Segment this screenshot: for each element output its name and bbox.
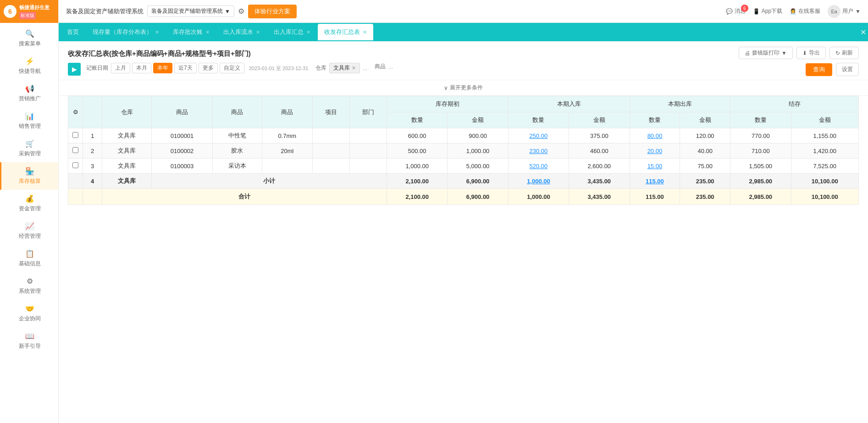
date-btn-this-month[interactable]: 本月 [132,63,151,73]
total-close-qty: 2,985.00 [730,189,791,205]
system-icon: ⚙ [27,277,33,286]
chevron-down-icon: ▼ [781,50,787,56]
service-icon: 👩‍💼 [790,8,796,15]
row-checkbox[interactable] [68,159,83,174]
logo-icon: 6 [4,5,17,18]
header-right: 💬 消息 6 📱 App下载 👩‍💼 在线客服 Ea 用户 ▼ [726,5,861,18]
tab-close-icon[interactable]: ✕ [256,29,260,35]
date-btn-this-year[interactable]: 本年 [153,63,172,73]
date-btn-last-month[interactable]: 上月 [111,63,130,73]
sidebar-item-cooperation[interactable]: 🤝 企业协同 [0,300,58,327]
sidebar-item-finance[interactable]: 💰 资金管理 [0,190,58,217]
print-icon: 🖨 [745,50,750,56]
tab-close-icon[interactable]: ✕ [155,29,159,35]
subtotal-out-qty[interactable]: 115.00 [630,174,680,189]
sidebar-item-label: 搜索菜单 [19,40,41,48]
sidebar-item-purchase[interactable]: 🛒 采购管理 [0,135,58,162]
app-download-button[interactable]: 📱 App下载 [753,7,782,15]
row-in-qty[interactable]: 230.00 [508,143,569,159]
sidebar-item-sales[interactable]: 📊 销售管理 [0,107,58,135]
online-service-button[interactable]: 👩‍💼 在线客服 [790,7,820,15]
row-open-qty: 600.00 [387,128,448,143]
sidebar-item-inventory[interactable]: 🏪 库存核算 [0,162,58,190]
message-icon: 💬 [726,8,733,15]
goods-filter-group: 商品 ... [375,63,393,71]
try-industry-button[interactable]: 体验行业方案 [248,5,297,18]
warehouse-tag-close[interactable]: ✕ [352,65,356,71]
row-out-amt: 75.00 [680,159,730,174]
row-checkbox[interactable] [68,143,83,159]
row-project [312,143,349,159]
warehouse-more-button[interactable]: ... [363,65,367,71]
tab-close-icon[interactable]: ✕ [306,29,310,35]
th-out-qty: 数量 [630,112,680,128]
system-select[interactable]: 装备及固定资产辅助管理系统 ▼ [147,5,234,17]
tab-inout-summary[interactable]: 出入库汇总 ✕ [267,24,317,40]
goods-more-button[interactable]: ... [388,64,393,70]
close-all-tabs-button[interactable]: ✕ [860,28,866,37]
sidebar-item-guide[interactable]: 📖 新手引导 [0,327,58,355]
goods-filter-label: 商品 [375,63,386,71]
row-close-amt: 1,420.00 [791,143,859,159]
tab-home[interactable]: 首页 [61,24,85,40]
sidebar-item-marketing[interactable]: 📢 营销推广 [0,80,58,107]
column-settings-icon[interactable]: ⚙ [73,109,78,115]
row-in-amt: 2,600.00 [569,159,630,174]
sidebar-item-label: 新手引导 [19,342,41,350]
date-btn-7days[interactable]: 近7天 [174,63,197,73]
subtotal-close-qty: 2,985.00 [730,174,791,189]
finance-icon: 💰 [25,194,34,203]
cooperation-icon: 🤝 [25,304,34,313]
row-checkbox[interactable] [68,128,83,143]
sidebar-item-system[interactable]: ⚙ 系统管理 [0,272,58,300]
tab-inventory-dist[interactable]: 现存量（库存分布表） ✕ [86,24,166,40]
tab-close-icon[interactable]: ✕ [363,29,367,35]
th-in-qty: 数量 [508,112,569,128]
gear-icon[interactable]: ⚙ [238,7,244,16]
refresh-button[interactable]: ↻ 刷新 [829,47,859,59]
row-open-amt: 5,000.00 [448,159,508,174]
sidebar-item-label: 快捷导航 [19,67,41,75]
row-no: 2 [83,143,102,159]
subtotal-in-qty[interactable]: 1,000.00 [508,174,569,189]
th-close-amt: 金额 [791,112,859,128]
settings-col-header[interactable]: ⚙ [68,96,83,128]
sidebar-item-basic-info[interactable]: 📋 基础信息 [0,245,58,272]
tab-close-icon[interactable]: ✕ [205,29,210,35]
sidebar-item-quicknav[interactable]: ⚡ 快捷导航 [0,52,58,80]
row-out-qty[interactable]: 15.00 [630,159,680,174]
row-goods-name: 胶水 [212,143,262,159]
query-button[interactable]: 查询 [806,63,832,76]
message-button[interactable]: 💬 消息 6 [726,7,746,15]
date-btn-custom[interactable]: 自定义 [220,63,244,73]
export-button[interactable]: ⬇ 导出 [796,47,826,59]
th-in-amt: 金额 [569,112,630,128]
row-in-qty[interactable]: 250.00 [508,128,569,143]
data-table: ⚙ 仓库 商品 商品 商品 项目 部门 库存期初 本期入库 本期出库 结存 [68,96,859,205]
table-row: 1 文具库 0100001 中性笔 0.7mm 600.00 900.00 25… [68,128,859,143]
th-goods-name: 商品 [212,96,262,128]
row-out-qty[interactable]: 80.00 [630,128,680,143]
print-button[interactable]: 🖨 拨镜版打印 ▼ [739,47,793,59]
row-warehouse: 文具库 [102,159,152,174]
filter-section: ▶ 记账日期 上月 本月 本年 近7天 更多 自定义 2023-01-01 至 … [59,59,868,80]
tab-batch-account[interactable]: 库存批次账 ✕ [166,24,216,40]
sidebar-item-search[interactable]: 🔍 搜索菜单 [0,25,58,52]
row-out-qty[interactable]: 20.00 [630,143,680,159]
sidebar-item-label: 库存核算 [19,177,41,185]
row-goods-code: 0100002 [152,143,212,159]
sidebar-item-operations[interactable]: 📈 经营管理 [0,217,58,245]
row-goods-code: 0100001 [152,128,212,143]
row-project [312,128,349,143]
subtotal-out-amt: 235.00 [680,174,730,189]
filter-toggle-button[interactable]: ▶ [68,63,81,76]
date-btn-more[interactable]: 更多 [199,63,218,73]
th-project: 项目 [312,96,349,128]
sidebar-item-label: 营销推广 [19,95,41,103]
user-menu[interactable]: Ea 用户 ▼ [828,5,861,18]
expand-more-button[interactable]: ∨ 展开更多条件 [68,82,859,93]
settings-button[interactable]: 设置 [836,63,859,76]
tab-recv-send-summary[interactable]: 收发存汇总表 ✕ [318,24,373,40]
row-in-qty[interactable]: 520.00 [508,159,569,174]
tab-inout-flow[interactable]: 出入库流水 ✕ [217,24,266,40]
